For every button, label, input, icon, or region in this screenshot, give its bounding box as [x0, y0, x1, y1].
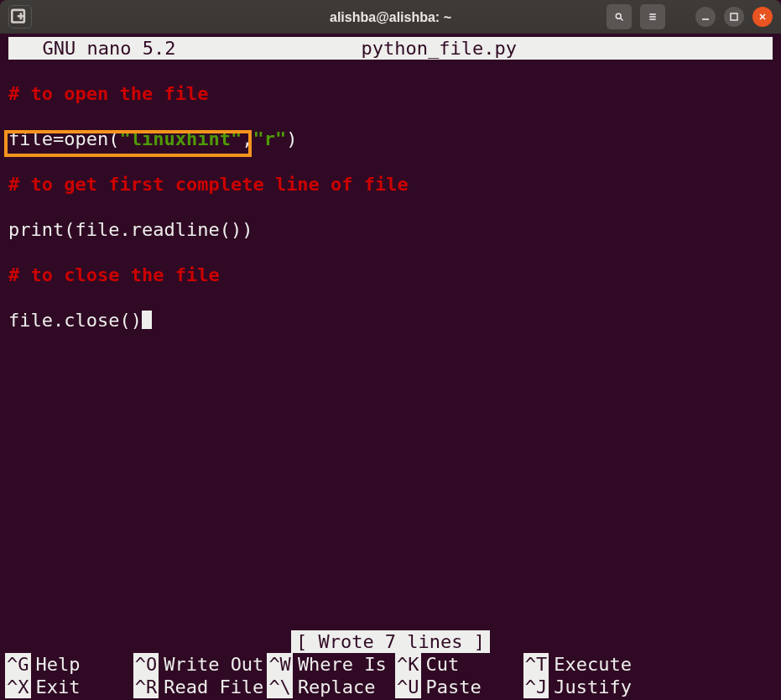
hamburger-menu-button[interactable]: [640, 4, 665, 29]
shortcut-key: ^O: [133, 653, 159, 676]
editor-area[interactable]: # to open the file file=open("linuxhint"…: [0, 60, 781, 354]
shortcut-label: Read File: [159, 676, 263, 698]
nano-file-name: python_file.py: [175, 37, 769, 60]
shortcut-item: [651, 676, 776, 698]
shortcut-label: Write Out: [159, 653, 263, 676]
minimize-button[interactable]: [695, 7, 716, 27]
shortcut-key: ^T: [523, 653, 549, 676]
text-cursor: [142, 311, 152, 329]
shortcut-item: ^UPaste: [395, 676, 520, 698]
close-button[interactable]: [752, 7, 773, 27]
new-tab-button[interactable]: [8, 5, 32, 29]
search-button[interactable]: [607, 4, 632, 29]
code-line-1: # to open the file: [8, 82, 773, 105]
shortcut-key: ^K: [395, 653, 421, 676]
nano-app-name: GNU nano 5.2: [12, 37, 175, 60]
shortcut-item: ^XExit: [5, 676, 130, 698]
shortcut-key: ^\: [267, 676, 293, 698]
shortcut-item: ^KCut: [395, 653, 520, 676]
shortcut-key: ^J: [523, 676, 549, 698]
code-line-3: # to get first complete line of file: [8, 173, 773, 196]
shortcut-label: Cut: [421, 653, 460, 676]
shortcut-item: ^RRead File: [133, 676, 264, 698]
shortcut-label: Where Is: [293, 653, 387, 676]
shortcut-item: ^TExecute: [523, 653, 648, 676]
window-titlebar: alishba@alishba: ~: [0, 0, 781, 34]
code-line-2: file=open("linuxhint","r"): [8, 128, 773, 150]
shortcut-item: ^\Replace: [267, 676, 392, 698]
shortcut-key: ^U: [395, 676, 421, 698]
shortcut-item: ^GHelp: [5, 653, 130, 676]
maximize-button[interactable]: [724, 7, 744, 27]
nano-status-line: [ Wrote 7 lines ]: [0, 630, 781, 653]
code-line-4: print(file.readline()): [8, 218, 773, 241]
shortcut-key: ^G: [5, 653, 31, 676]
shortcut-label: Justify: [549, 676, 632, 698]
shortcut-label: Paste: [421, 676, 482, 698]
shortcut-label: Replace: [293, 676, 376, 698]
nano-status-message: [ Wrote 7 lines ]: [291, 630, 490, 653]
shortcut-key: ^X: [5, 676, 31, 698]
shortcut-key: ^W: [267, 653, 293, 676]
shortcut-label: Execute: [549, 653, 632, 676]
shortcut-item: ^JJustify: [523, 676, 648, 698]
svg-point-1: [616, 13, 621, 18]
shortcut-label: Exit: [31, 676, 81, 698]
nano-header-bar: GNU nano 5.2 python_file.py: [8, 37, 773, 60]
shortcut-key: ^R: [133, 676, 159, 698]
code-line-5: # to close the file: [8, 264, 773, 286]
shortcut-item: ^WWhere Is: [267, 653, 392, 676]
svg-rect-2: [731, 13, 737, 20]
shortcut-item: [651, 653, 776, 676]
shortcut-item: ^OWrite Out: [133, 653, 264, 676]
code-line-6: file.close(): [8, 309, 773, 332]
nano-shortcut-bar: ^GHelp^OWrite Out^WWhere Is^KCut^TExecut…: [5, 653, 776, 698]
shortcut-label: Help: [31, 653, 81, 676]
